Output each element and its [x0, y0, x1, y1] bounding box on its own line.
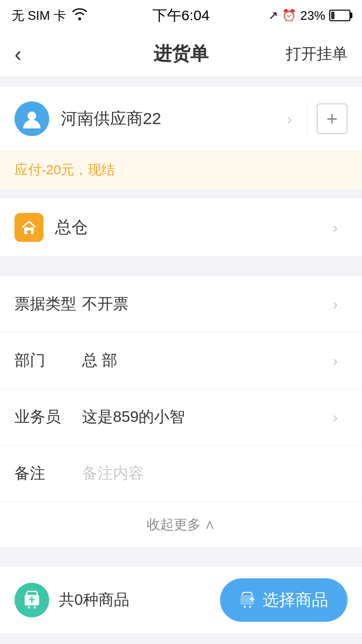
invoice-chevron: › [333, 295, 338, 313]
department-row[interactable]: 部门 总 部 › [0, 333, 362, 389]
cart-icon [22, 590, 42, 610]
collapse-bar[interactable]: 收起更多 ∧ [0, 502, 362, 547]
nav-bar: ‹ 进货单 打开挂单 [0, 31, 362, 77]
remark-input[interactable]: 备注内容 [82, 463, 348, 484]
status-bar: 无 SIM 卡 下午6:04 ↗ ⏰ 23% [0, 0, 362, 31]
main-content: 河南供应商22 › + 应付-20元，现结 总仓 › [0, 77, 362, 644]
department-label: 部门 [14, 350, 82, 371]
department-value: 总 部 [82, 350, 333, 371]
department-chevron: › [333, 352, 338, 370]
notice-bar: 应付-20元，现结 [0, 151, 362, 189]
supplier-divider [306, 102, 307, 136]
section-gap-3 [0, 266, 362, 276]
svg-point-5 [34, 606, 36, 609]
page-title: 进货单 [153, 42, 209, 66]
select-product-button[interactable]: 选择商品 [220, 578, 348, 622]
battery-icon [329, 10, 350, 21]
svg-point-0 [28, 112, 36, 120]
product-count-area: 共0种商品 [14, 583, 129, 617]
product-count-text: 共0种商品 [59, 589, 129, 611]
invoice-value: 不开票 [82, 294, 333, 315]
warehouse-name: 总仓 [55, 216, 333, 238]
status-bar-left: 无 SIM 卡 [12, 7, 88, 24]
supplier-card: 河南供应商22 › + 应付-20元，现结 [0, 87, 362, 189]
collapse-label: 收起更多 ∧ [147, 517, 216, 532]
warehouse-chevron: › [333, 219, 338, 237]
select-product-label: 选择商品 [263, 589, 328, 611]
add-supplier-button[interactable]: + [317, 103, 348, 134]
salesman-row[interactable]: 业务员 这是859的小智 › [0, 389, 362, 446]
supplier-name: 河南供应商22 [61, 108, 287, 130]
salesman-value: 这是859的小智 [82, 406, 333, 428]
carrier-text: 无 SIM 卡 [12, 7, 66, 24]
status-bar-time: 下午6:04 [153, 6, 209, 26]
battery-text: 23% [300, 8, 325, 23]
invoice-type-row[interactable]: 票据类型 不开票 › [0, 276, 362, 333]
svg-point-7 [244, 606, 246, 608]
form-section: 票据类型 不开票 › 部门 总 部 › 业务员 这是859的小智 › 备注 备注… [0, 266, 362, 502]
warehouse-icon [14, 213, 43, 242]
status-bar-right: ↗ ⏰ 23% [268, 8, 350, 23]
location-icon: ↗ [268, 9, 278, 22]
salesman-label: 业务员 [14, 406, 82, 428]
supplier-avatar [14, 101, 49, 136]
open-pending-button[interactable]: 打开挂单 [286, 43, 348, 65]
alarm-icon: ⏰ [282, 9, 296, 22]
warehouse-row[interactable]: 总仓 › [0, 198, 362, 257]
svg-rect-2 [27, 230, 31, 234]
section-gap-4 [0, 547, 362, 557]
wifi-icon [71, 8, 88, 24]
warehouse-card: 总仓 › [0, 198, 362, 257]
svg-point-4 [28, 606, 30, 609]
section-gap-1 [0, 77, 362, 87]
remark-label: 备注 [14, 463, 82, 484]
supplier-row[interactable]: 河南供应商22 › + [0, 87, 362, 151]
remark-row[interactable]: 备注 备注内容 [0, 446, 362, 502]
supplier-chevron: › [287, 110, 292, 128]
invoice-label: 票据类型 [14, 294, 82, 315]
section-gap-2 [0, 189, 362, 198]
salesman-chevron: › [333, 408, 338, 426]
svg-point-8 [249, 606, 251, 608]
bottom-bar: 共0种商品 选择商品 [0, 567, 362, 633]
cart-icon-wrap [14, 583, 49, 617]
notice-text: 应付-20元，现结 [14, 162, 115, 177]
select-product-icon [239, 591, 257, 609]
back-button[interactable]: ‹ [14, 42, 22, 66]
